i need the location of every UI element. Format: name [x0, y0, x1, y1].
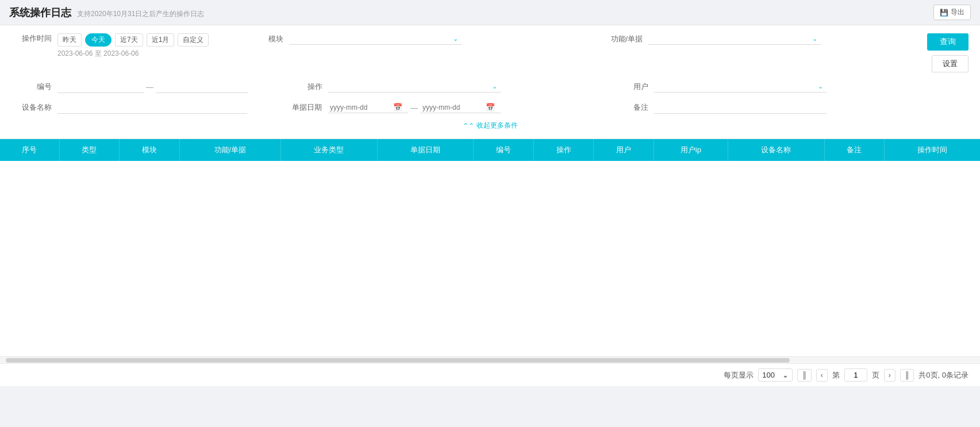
per-page-value: 100	[762, 371, 775, 379]
feature-label: 功能/单据	[597, 34, 648, 44]
operation-select[interactable]: ⌄	[328, 81, 501, 93]
scrollbar-thumb[interactable]	[6, 358, 790, 363]
col-device: 设备名称	[728, 139, 824, 161]
time-filter-group: 操作时间 昨天 今天 近7天 近1月 自定义 2023-06-06 至 2023…	[11, 33, 209, 59]
filter-row-1: 操作时间 昨天 今天 近7天 近1月 自定义 2023-06-06 至 2023…	[11, 33, 969, 72]
per-page-label: 每页显示	[724, 370, 754, 380]
total-info: 共0页, 0条记录	[918, 370, 969, 380]
page-title: 系统操作日志	[9, 6, 71, 20]
page-wrapper: 系统操作日志 支持2020年10月31日之后产生的操作日志 💾 导出 操作时间 …	[0, 0, 980, 427]
col-biz-type: 业务类型	[281, 139, 378, 161]
col-number: 编号	[474, 139, 533, 161]
prev-page-button[interactable]: ‹	[816, 369, 828, 382]
col-type: 类型	[59, 139, 119, 161]
remark-input[interactable]	[654, 101, 827, 114]
doc-date-label: 单据日期	[282, 102, 328, 113]
settings-button[interactable]: 设置	[932, 55, 969, 72]
user-select[interactable]: ⌄	[654, 81, 827, 93]
per-page-select[interactable]: 100 ⌄	[758, 368, 793, 382]
horizontal-scrollbar[interactable]	[0, 356, 980, 363]
feature-filter-group: 功能/单据 ⌄	[597, 33, 927, 45]
action-buttons: 查询 设置	[927, 33, 969, 72]
user-label: 用户	[602, 82, 654, 92]
feature-select[interactable]: ⌄	[648, 33, 821, 45]
number-filter-group: 编号 —	[11, 80, 248, 93]
page-subtitle: 支持2020年10月31日之后产生的操作日志	[77, 9, 204, 19]
pagination: 每页显示 100 ⌄ ║ ‹ 第 页 › ║ 共0页, 0条记录	[0, 363, 980, 386]
user-filter-group: 用户 ⌄	[602, 81, 900, 93]
header-left: 系统操作日志 支持2020年10月31日之后产生的操作日志	[9, 6, 204, 20]
filter-row-2: 编号 — 操作 ⌄ 用户 ⌄	[11, 80, 969, 93]
device-input[interactable]	[57, 101, 247, 114]
filter-row-3: 设备名称 单据日期 📅 — 📅 备注	[11, 101, 969, 114]
time-btn-7days[interactable]: 近7天	[115, 33, 143, 47]
col-op-time: 操作时间	[884, 139, 980, 161]
empty-area	[0, 161, 980, 356]
doc-date-filter-group: 单据日期 📅 — 📅	[282, 102, 579, 113]
calendar-start-icon[interactable]: 📅	[393, 103, 402, 111]
number-dash: —	[146, 83, 153, 91]
time-btn-today[interactable]: 今天	[85, 33, 112, 47]
number-input-end[interactable]	[156, 80, 248, 93]
calendar-end-icon[interactable]: 📅	[486, 103, 495, 111]
module-chevron-icon: ⌄	[453, 35, 458, 43]
time-btn-custom[interactable]: 自定义	[178, 33, 209, 47]
time-filter: 昨天 今天 近7天 近1月 自定义 2023-06-06 至 2023-06-0…	[57, 33, 209, 59]
module-filter-group: 模块 ⌄	[243, 33, 574, 45]
module-select[interactable]: ⌄	[289, 33, 462, 45]
export-button[interactable]: 💾 导出	[933, 5, 971, 20]
filter-area: 操作时间 昨天 今天 近7天 近1月 自定义 2023-06-06 至 2023…	[0, 25, 980, 139]
time-range-display: 2023-06-06 至 2023-06-06	[57, 49, 209, 59]
device-filter-group: 设备名称	[11, 101, 247, 114]
col-module: 模块	[120, 139, 179, 161]
feature-chevron-icon: ⌄	[812, 35, 817, 43]
page-label: 第	[832, 370, 840, 380]
operation-chevron-icon: ⌄	[492, 83, 497, 90]
module-label: 模块	[243, 34, 289, 44]
device-label: 设备名称	[11, 102, 57, 113]
number-label: 编号	[11, 82, 57, 92]
per-page-chevron-icon: ⌄	[782, 371, 789, 379]
operation-label: 操作	[282, 82, 328, 92]
time-buttons: 昨天 今天 近7天 近1月 自定义	[57, 33, 209, 47]
table-header: 序号 类型 模块 功能/单据 业务类型 单据日期 编号 操作 用户 用户ip 设…	[0, 139, 980, 161]
collapse-chevron-icon: ⌃⌃	[463, 122, 474, 130]
time-btn-1month[interactable]: 近1月	[147, 33, 175, 47]
doc-date-end-wrap: 📅	[420, 102, 501, 113]
col-operation: 操作	[533, 139, 593, 161]
collapse-button[interactable]: ⌃⌃ 收起更多条件	[463, 121, 518, 130]
collapse-bar[interactable]: ⌃⌃ 收起更多条件	[11, 117, 969, 133]
page-number-input[interactable]	[844, 368, 867, 382]
next-page-button[interactable]: ›	[884, 369, 896, 382]
col-user: 用户	[594, 139, 654, 161]
doc-date-end-input[interactable]	[422, 103, 486, 111]
export-icon: 💾	[940, 9, 948, 17]
query-button[interactable]: 查询	[927, 33, 969, 51]
col-doc-date: 单据日期	[377, 139, 474, 161]
doc-date-start-wrap: 📅	[328, 102, 408, 113]
time-btn-yesterday[interactable]: 昨天	[57, 33, 82, 47]
col-index: 序号	[0, 139, 59, 161]
first-page-button[interactable]: ║	[797, 369, 812, 382]
user-chevron-icon: ⌄	[818, 83, 823, 90]
col-feature: 功能/单据	[179, 139, 280, 161]
time-label: 操作时间	[11, 33, 57, 44]
number-input-start[interactable]	[57, 80, 144, 93]
operation-filter-group: 操作 ⌄	[282, 81, 579, 93]
last-page-button[interactable]: ║	[900, 369, 914, 382]
remark-label: 备注	[602, 102, 654, 113]
col-remark: 备注	[824, 139, 884, 161]
page-suffix: 页	[872, 370, 879, 380]
doc-date-start-input[interactable]	[330, 103, 393, 111]
table-container: 序号 类型 模块 功能/单据 业务类型 单据日期 编号 操作 用户 用户ip 设…	[0, 139, 980, 356]
data-table: 序号 类型 模块 功能/单据 业务类型 单据日期 编号 操作 用户 用户ip 设…	[0, 139, 980, 161]
remark-filter-group: 备注	[602, 101, 900, 114]
col-user-ip: 用户ip	[654, 139, 728, 161]
page-header: 系统操作日志 支持2020年10月31日之后产生的操作日志 💾 导出	[0, 0, 980, 25]
table-header-row: 序号 类型 模块 功能/单据 业务类型 单据日期 编号 操作 用户 用户ip 设…	[0, 139, 980, 161]
